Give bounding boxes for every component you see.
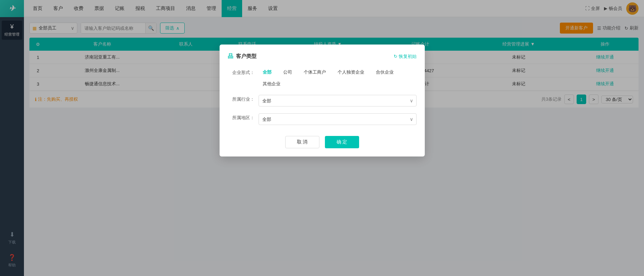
region-label: 所属地区： [228, 113, 259, 121]
company-type-tag[interactable]: 其他企业 [259, 80, 285, 88]
company-type-tag[interactable]: 个人独资企业 [333, 68, 368, 76]
modal-header: 品 客户类型 ↻ 恢复初始 [228, 53, 417, 60]
company-type-tag[interactable]: 个体工商户 [300, 68, 330, 76]
region-select[interactable]: 全部 [259, 113, 417, 125]
modal-title-text: 客户类型 [236, 53, 257, 60]
reset-label: 恢复初始 [399, 53, 417, 60]
region-dropdown-wrap: 全部 ∨ [259, 113, 417, 125]
company-form-label: 企业形式： [228, 68, 259, 76]
cancel-button[interactable]: 取 消 [285, 136, 319, 148]
company-type-tag[interactable]: 合伙企业 [372, 68, 398, 76]
industry-select[interactable]: 全部 [259, 95, 417, 106]
company-tag-group: 全部公司个体工商户个人独资企业合伙企业其他企业 [259, 68, 417, 88]
industry-label: 所属行业： [228, 95, 259, 102]
confirm-button[interactable]: 确 定 [325, 136, 359, 148]
region-form-row: 所属地区： 全部 ∨ [228, 113, 417, 125]
modal-title-icon: 品 [228, 53, 233, 60]
modal-title: 品 客户类型 [228, 53, 257, 60]
company-form-row: 企业形式： 全部公司个体工商户个人独资企业合伙企业其他企业 [228, 68, 417, 88]
region-select-wrap: 全部 ∨ [259, 113, 417, 125]
modal-overlay: 品 客户类型 ↻ 恢复初始 企业形式： 全部公司个体工商户个人独资企业合伙企业其… [0, 0, 644, 276]
reset-icon: ↻ [394, 54, 397, 59]
modal-footer: 取 消 确 定 [228, 136, 417, 148]
industry-select-wrap: 全部 ∨ [259, 95, 417, 106]
industry-form-row: 所属行业： 全部 ∨ [228, 95, 417, 106]
company-type-tag[interactable]: 公司 [279, 68, 296, 76]
filter-modal: 品 客户类型 ↻ 恢复初始 企业形式： 全部公司个体工商户个人独资企业合伙企业其… [220, 45, 425, 156]
company-type-tag[interactable]: 全部 [259, 68, 276, 76]
industry-dropdown-wrap: 全部 ∨ [259, 95, 417, 106]
reset-button[interactable]: ↻ 恢复初始 [394, 53, 417, 60]
